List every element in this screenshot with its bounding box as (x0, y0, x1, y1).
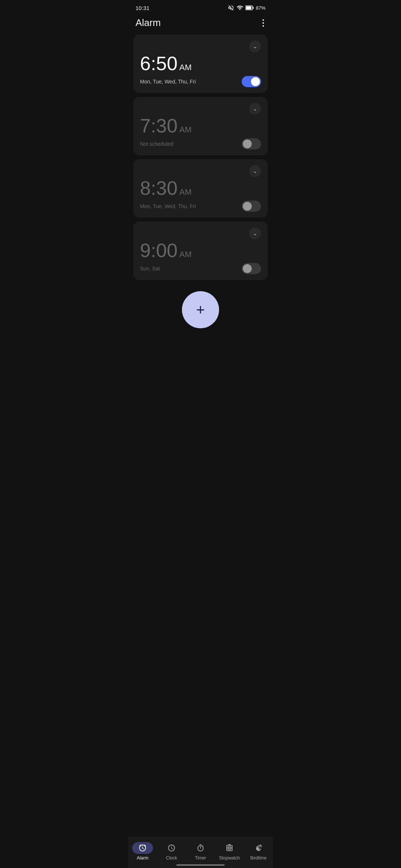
expand-alarm-2-button[interactable]: ⌄ (249, 103, 261, 115)
alarm-footer-2: Not scheduled (140, 138, 261, 149)
alarm-toggle-4[interactable] (242, 263, 261, 274)
mute-icon (228, 4, 234, 11)
alarm-days-1: Mon, Tue, Wed, Thu, Fri (140, 79, 196, 85)
toggle-knob-3 (243, 202, 252, 211)
toggle-knob-4 (243, 264, 252, 273)
alarm-time-3[interactable]: 8:30 AM (140, 178, 261, 198)
alarm-card-3: ⌄ 8:30 AM Mon, Tue, Wed, Thu, Fri (133, 159, 268, 218)
alarm-days-3: Mon, Tue, Wed, Thu, Fri (140, 203, 196, 209)
chevron-down-icon: ⌄ (253, 106, 257, 112)
expand-alarm-4-button[interactable]: ⌄ (249, 227, 261, 239)
alarm-time-4[interactable]: 9:00 AM (140, 241, 261, 260)
page-title: Alarm (136, 17, 161, 29)
battery-percent: 87% (256, 5, 265, 11)
svg-rect-1 (246, 6, 251, 9)
alarm-days-2: Not scheduled (140, 141, 173, 147)
status-bar: 10:31 87% (128, 0, 273, 14)
alarm-card-2: ⌄ 7:30 AM Not scheduled (133, 97, 268, 155)
alarm-ampm-4: AM (177, 250, 192, 259)
alarm-time-1[interactable]: 6:50 AM (140, 54, 261, 73)
toggle-knob-1 (251, 77, 260, 86)
alarm-footer-3: Mon, Tue, Wed, Thu, Fri (140, 201, 261, 212)
alarm-card-top-4: ⌄ (140, 227, 261, 239)
alarm-footer-4: Sun, Sat (140, 263, 261, 274)
alarm-card-top-1: ⌄ (140, 40, 261, 52)
alarm-footer-1: Mon, Tue, Wed, Thu, Fri (140, 76, 261, 87)
add-alarm-button[interactable]: + (182, 291, 219, 328)
alarm-card-top-2: ⌄ (140, 103, 261, 115)
alarm-ampm-2: AM (177, 125, 192, 134)
fab-container: + (128, 280, 273, 336)
battery-icon (245, 5, 254, 10)
alarm-card-4: ⌄ 9:00 AM Sun, Sat (133, 221, 268, 280)
alarm-toggle-2[interactable] (242, 138, 261, 149)
alarm-toggle-1[interactable] (242, 76, 261, 87)
alarm-card-1: ⌄ 6:50 AM Mon, Tue, Wed, Thu, Fri (133, 34, 268, 93)
alarm-days-4: Sun, Sat (140, 266, 160, 272)
status-time: 10:31 (136, 5, 150, 11)
more-options-button[interactable] (261, 18, 265, 28)
page-header: Alarm (128, 14, 273, 34)
expand-alarm-3-button[interactable]: ⌄ (249, 165, 261, 177)
chevron-down-icon: ⌄ (253, 230, 257, 236)
expand-alarm-1-button[interactable]: ⌄ (249, 40, 261, 52)
alarms-list: ⌄ 6:50 AM Mon, Tue, Wed, Thu, Fri ⌄ 7:30… (128, 34, 273, 280)
alarm-card-top-3: ⌄ (140, 165, 261, 177)
toggle-knob-2 (243, 139, 252, 148)
wifi-icon (237, 4, 243, 11)
alarm-ampm-3: AM (177, 187, 192, 197)
alarm-ampm-1: AM (177, 63, 192, 72)
chevron-down-icon: ⌄ (253, 168, 257, 174)
add-icon: + (196, 302, 205, 318)
alarm-time-2[interactable]: 7:30 AM (140, 116, 261, 135)
svg-rect-2 (252, 7, 254, 9)
status-icons: 87% (228, 4, 265, 11)
alarm-toggle-3[interactable] (242, 201, 261, 212)
chevron-down-icon: ⌄ (253, 43, 257, 49)
